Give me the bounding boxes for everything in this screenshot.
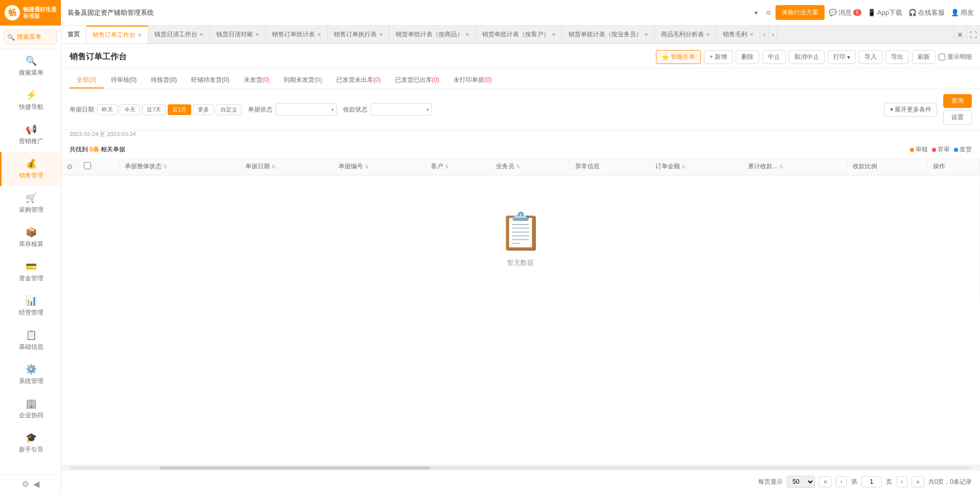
sidebar-item-purchase[interactable]: 🛒采购管理 [0,186,61,220]
date-filter: 单据日期 昨天今天近7天近1月更多自定义 [70,104,242,115]
show-detail-checkbox[interactable] [939,54,945,60]
th-staff[interactable]: 业务员⇅ [491,158,569,175]
date-quick-昨天[interactable]: 昨天 [97,104,118,115]
tab-gross-margin[interactable]: 商品毛利分析表✕ [655,26,717,44]
filter-tab-shipped-out[interactable]: 已发货已出库(0) [388,73,447,88]
th-collected[interactable]: 累计收款...⇅ [743,158,848,175]
system-dropdown[interactable]: ▾ [755,9,758,16]
sidebar-item-marketing[interactable]: 📢营销推广 [0,118,61,152]
cancel-audit-button[interactable]: 弃审 [932,145,950,154]
last-page-button[interactable]: » [911,476,924,487]
tab-nav-next[interactable]: › [769,26,778,44]
th-status[interactable]: 单据整体状态⇅ [119,158,240,175]
prev-page-button[interactable]: ‹ [836,476,847,487]
tab-close-cash-reconcile[interactable]: ✕ [255,32,259,37]
date-quick-自定义[interactable]: 自定义 [216,104,242,115]
tab-nav-prev[interactable]: ‹ [760,26,769,44]
sidebar-item-quicknav[interactable]: ⚡快捷导航 [0,83,61,118]
tab-close-cash-daily[interactable]: ✕ [199,32,203,37]
sidebar-item-system[interactable]: ⚙️系统管理 [0,357,61,392]
show-detail-label[interactable]: 显示明细 [939,53,972,61]
payment-select[interactable] [371,103,432,116]
audit-button[interactable]: 审核 [910,145,928,154]
date-quick-今天[interactable]: 今天 [120,104,140,115]
horizontal-scrollbar[interactable] [61,465,980,470]
select-all-checkbox[interactable] [84,162,91,169]
suspend-button[interactable]: 中止 [762,50,786,64]
date-quick-更多[interactable]: 更多 [193,104,214,115]
next-page-button[interactable]: › [896,476,907,487]
th-number[interactable]: 单据编号⇅ [333,158,426,175]
tab-close-sales-summary-customer[interactable]: ✕ [552,32,556,37]
add-button[interactable]: + 新增 [704,50,733,64]
settings-filter-button[interactable]: 设置 [943,110,972,125]
tab-action-fullscreen[interactable]: ⛶ [966,26,980,44]
sidebar-item-enterprise[interactable]: 🏢企业协同 [0,392,61,426]
filter-tab-not-shipped[interactable]: 未发货(0) [237,73,277,88]
cancel-suspend-button[interactable]: 取消中止 [789,50,825,64]
settings-icon[interactable]: ⚙ [766,9,771,16]
sidebar-item-sales[interactable]: 💰销售管理 [0,152,61,186]
tab-sales-summary-staff[interactable]: 销货单统计表（按业务员）✕ [562,26,655,44]
tab-sales-profit[interactable]: 销售毛利✕ [717,26,760,44]
first-page-button[interactable]: « [819,476,832,487]
search-menu-button[interactable]: 🔍 搜索菜单 [4,30,57,44]
tab-close-sales-summary-staff[interactable]: ✕ [644,32,648,37]
tab-close-gross-margin[interactable]: ✕ [706,32,710,37]
tab-close-sales-summary-product[interactable]: ✕ [465,32,469,37]
tab-close-sales-exec[interactable]: ✕ [379,32,383,37]
filter-tab-shipped-not-in[interactable]: 已发货未出库(0) [329,73,388,88]
tab-close-sales-stats[interactable]: ✕ [317,32,321,37]
export-button[interactable]: 导出 [885,50,909,64]
sidebar-item-search[interactable]: 🔍搜索菜单 [0,49,61,83]
sidebar-item-basics[interactable]: 📋基础信息 [0,323,61,357]
date-quick-近7天[interactable]: 近7天 [142,104,166,115]
sidebar-item-operations[interactable]: 📊经营管理 [0,289,61,323]
tab-sales-workbench[interactable]: 销售订单工作台✕ [86,26,148,44]
settings-button[interactable]: ⚙ [22,479,29,489]
filter-tab-wangpu-pending[interactable]: 旺铺待发货(0) [184,73,237,88]
tab-sales-exec[interactable]: 销售订单执行表✕ [328,26,390,44]
user-button[interactable]: 👤 用友 [951,8,974,17]
filter-tab-overdue-not-shipped[interactable]: 到期未发货(0) [277,73,329,88]
tab-close-sales-profit[interactable]: ✕ [749,32,754,37]
th-amount[interactable]: 订单金额⇅ [650,158,743,175]
ship-button[interactable]: 发货 [954,145,972,154]
filter-tab-all[interactable]: 全部(0) [70,73,104,88]
status-select[interactable] [276,103,337,116]
sidebar-item-guide[interactable]: 🎓新手引导 [0,426,61,460]
message-button[interactable]: 💬 消息 6 [829,8,861,17]
tab-cash-reconcile[interactable]: 钱货日清对账✕ [210,26,266,44]
expand-conditions-button[interactable]: ▾ 展开更多条件 [884,103,937,117]
date-quick-近1月[interactable]: 近1月 [168,104,191,115]
tab-sales-summary-product[interactable]: 销货单统计表（按商品）✕ [390,26,476,44]
online-service-button[interactable]: 🎧 在线客服 [908,8,945,17]
query-button[interactable]: 查询 [943,94,972,108]
scrollbar-thumb[interactable] [160,466,431,469]
filter-tab-pending-inspect[interactable]: 待拣货(0) [144,73,184,88]
sidebar-item-finance[interactable]: 💳资金管理 [0,255,61,289]
page-input[interactable] [861,476,882,487]
collapse-button[interactable]: ◀ [33,479,39,489]
delete-button[interactable]: 删除 [736,50,759,64]
date-range-display: 2023-02-24 至 2023-03-24 [61,130,980,141]
smart-create-button[interactable]: ⭐ 智能生单 [656,50,701,64]
tab-close-sales-workbench[interactable]: ✕ [138,32,142,38]
tab-sales-stats[interactable]: 销售订单统计表✕ [266,26,328,44]
tab-cash-daily[interactable]: 钱货日清工作台✕ [148,26,210,44]
table-settings-icon[interactable]: ⚙ [66,163,73,171]
tab-action-close[interactable]: ✕ [953,26,966,44]
filter-tab-pending-review[interactable]: 待审核(0) [104,73,144,88]
tab-home[interactable]: 首页 [61,26,86,44]
experience-button[interactable]: 体验行业方案 [776,5,825,20]
print-button[interactable]: 打印 ▾ [828,50,856,64]
th-date[interactable]: 单据日期⇅ [240,158,333,175]
sidebar-item-inventory[interactable]: 📦库存核算 [0,220,61,255]
per-page-select[interactable]: 50 10 20 100 [787,476,815,488]
import-button[interactable]: 导入 [859,50,882,64]
filter-tab-not-printed[interactable]: 未打印单据(0) [446,73,499,88]
tab-sales-summary-customer[interactable]: 销货单统计表（按客户）✕ [476,26,562,44]
app-download-button[interactable]: 📱 App下载 [868,8,902,17]
refresh-button[interactable]: 刷新 [912,50,936,64]
th-customer[interactable]: 客户⇅ [426,158,491,175]
